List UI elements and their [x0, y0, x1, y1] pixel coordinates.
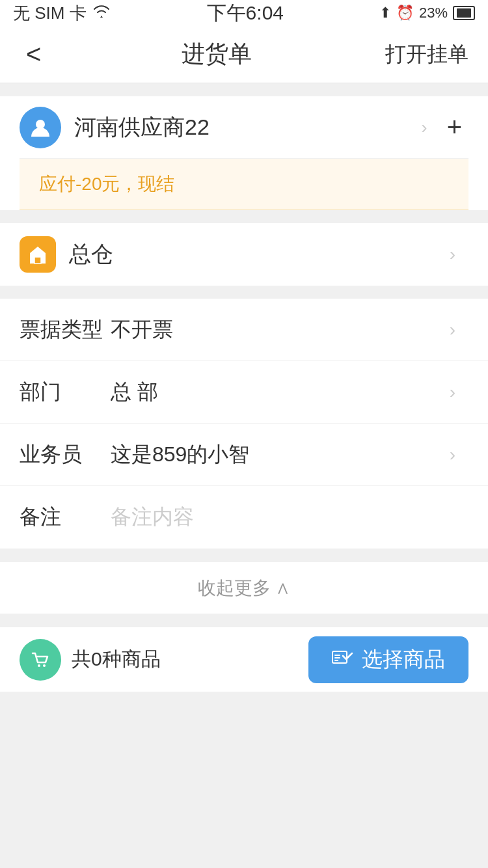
department-chevron-icon: › [450, 382, 455, 403]
nav-bar: < 进货单 打开挂单 [0, 26, 488, 83]
location-icon: ⬆ [379, 5, 391, 21]
supplier-name: 河南供应商22 [74, 113, 421, 142]
battery-text: 23% [419, 5, 448, 21]
collapse-button[interactable]: 收起更多 ∧ [0, 562, 488, 614]
ticket-type-value: 不开票 [111, 316, 450, 344]
select-product-icon [332, 651, 354, 669]
form-section: 票据类型 不开票 › 部门 总 部 › 业务员 这是859的小智 › 备注 备注… [0, 299, 488, 549]
battery-icon [453, 6, 475, 20]
status-left: 无 SIM 卡 [13, 2, 111, 25]
notice-banner: 应付-20元，现结 [20, 159, 468, 210]
warehouse-building-icon [27, 244, 48, 265]
status-right: ⬆ ⏰ 23% [379, 5, 475, 21]
supplier-row[interactable]: 河南供应商22 › + [20, 96, 468, 159]
svg-rect-1 [34, 257, 41, 264]
cart-icon-container [20, 639, 61, 681]
divider-top [0, 83, 488, 96]
warehouse-chevron-icon: › [450, 244, 455, 265]
supplier-section: 河南供应商22 › + 应付-20元，现结 [0, 96, 488, 210]
supplier-avatar [20, 107, 61, 148]
remark-label: 备注 [20, 503, 111, 532]
svg-point-0 [36, 120, 45, 129]
salesperson-row[interactable]: 业务员 这是859的小智 › [0, 424, 488, 486]
cart-icon [29, 648, 52, 671]
supplier-chevron-icon: › [421, 117, 427, 138]
remark-input[interactable]: 备注内容 [111, 503, 468, 532]
wifi-icon [92, 3, 111, 23]
add-supplier-button[interactable]: + [441, 113, 468, 142]
page-title: 进货单 [182, 38, 252, 70]
salesperson-value: 这是859的小智 [111, 441, 450, 469]
status-bar: 无 SIM 卡 下午6:04 ⬆ ⏰ 23% [0, 0, 488, 26]
svg-point-4 [43, 664, 46, 667]
warehouse-section[interactable]: 总仓 › [0, 223, 488, 286]
ticket-chevron-icon: › [450, 319, 455, 340]
salesperson-label: 业务员 [20, 441, 111, 469]
warehouse-icon-container [20, 236, 56, 273]
svg-point-3 [38, 664, 40, 667]
select-product-button[interactable]: 选择商品 [308, 636, 468, 683]
status-time: 下午6:04 [207, 0, 284, 27]
salesperson-chevron-icon: › [450, 444, 455, 465]
product-count-text: 共0种商品 [72, 646, 161, 673]
back-button[interactable]: < [20, 33, 47, 75]
bottom-content-area [0, 692, 488, 868]
person-icon [29, 116, 52, 139]
bottom-bar: 共0种商品 选择商品 [0, 627, 488, 692]
department-value: 总 部 [111, 378, 450, 407]
sim-signal: 无 SIM 卡 [13, 2, 87, 25]
alarm-icon: ⏰ [396, 5, 414, 21]
select-product-label: 选择商品 [362, 645, 445, 674]
ticket-type-row[interactable]: 票据类型 不开票 › [0, 299, 488, 361]
department-row[interactable]: 部门 总 部 › [0, 361, 488, 424]
open-pending-button[interactable]: 打开挂单 [385, 40, 468, 69]
warehouse-row[interactable]: 总仓 › [20, 223, 468, 286]
ticket-type-label: 票据类型 [20, 316, 111, 344]
department-label: 部门 [20, 378, 111, 407]
warehouse-name: 总仓 [69, 239, 450, 269]
product-count-area: 共0种商品 [20, 639, 161, 681]
remark-row[interactable]: 备注 备注内容 [0, 486, 488, 549]
